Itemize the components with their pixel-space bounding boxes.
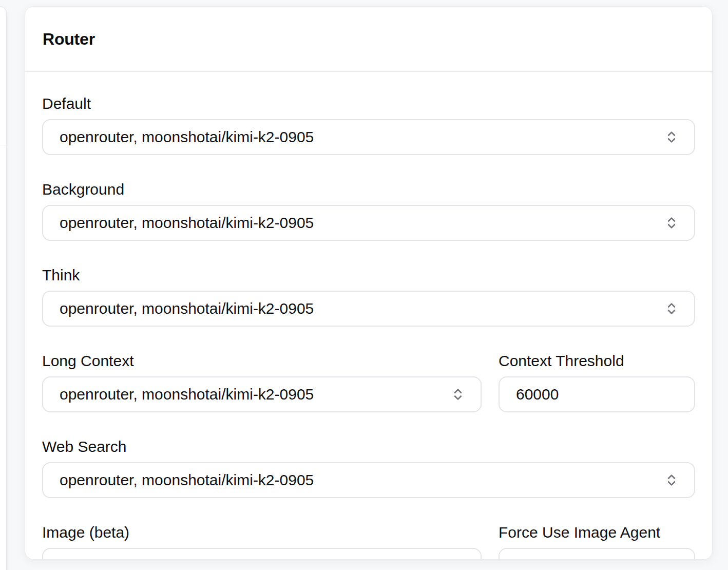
adjacent-panel-edge — [0, 6, 7, 570]
web-search-label: Web Search — [42, 437, 695, 457]
page-title: Router — [43, 30, 95, 49]
think-model-select[interactable]: openrouter, moonshotai/kimi-k2-0905 — [42, 291, 695, 327]
background-model-select[interactable]: openrouter, moonshotai/kimi-k2-0905 — [42, 205, 695, 241]
default-model-select[interactable]: openrouter, moonshotai/kimi-k2-0905 — [42, 119, 695, 155]
router-card-body: Default openrouter, moonshotai/kimi-k2-0… — [25, 72, 712, 560]
adjacent-panel-divider — [0, 145, 6, 145]
background-model-select-value: openrouter, moonshotai/kimi-k2-0905 — [43, 214, 350, 232]
router-card-header: Router — [25, 7, 712, 72]
field-context-threshold: Context Threshold — [499, 351, 695, 412]
image-label: Image (beta) — [42, 523, 482, 542]
field-row-image: Image (beta) Force Use Image Agent — [42, 523, 695, 560]
default-label: Default — [42, 94, 695, 113]
background-label: Background — [42, 180, 695, 199]
context-threshold-label: Context Threshold — [499, 351, 695, 371]
router-card: Router Default openrouter, moonshotai/ki… — [25, 6, 713, 560]
chevrons-up-down-icon — [664, 216, 679, 230]
web-search-model-select-value: openrouter, moonshotai/kimi-k2-0905 — [43, 471, 350, 489]
settings-page: { "card": { "title": "Router", "fields":… — [0, 0, 728, 570]
long-context-model-select[interactable]: openrouter, moonshotai/kimi-k2-0905 — [42, 376, 482, 412]
chevrons-up-down-icon — [664, 301, 679, 316]
image-model-select[interactable] — [42, 548, 482, 560]
field-web-search: Web Search openrouter, moonshotai/kimi-k… — [42, 437, 695, 498]
field-row-long-context: Long Context openrouter, moonshotai/kimi… — [42, 351, 695, 412]
field-force-image-agent: Force Use Image Agent — [499, 523, 695, 560]
default-model-select-value: openrouter, moonshotai/kimi-k2-0905 — [43, 128, 350, 146]
think-label: Think — [42, 265, 695, 285]
chevrons-up-down-icon — [451, 559, 465, 560]
long-context-model-select-value: openrouter, moonshotai/kimi-k2-0905 — [43, 386, 350, 403]
chevrons-up-down-icon — [664, 130, 679, 144]
chevrons-up-down-icon — [451, 387, 465, 402]
field-think: Think openrouter, moonshotai/kimi-k2-090… — [42, 265, 695, 327]
field-default: Default openrouter, moonshotai/kimi-k2-0… — [42, 94, 695, 155]
web-search-model-select[interactable]: openrouter, moonshotai/kimi-k2-0905 — [42, 462, 695, 498]
field-long-context: Long Context openrouter, moonshotai/kimi… — [42, 351, 482, 412]
long-context-label: Long Context — [42, 351, 482, 371]
think-model-select-value: openrouter, moonshotai/kimi-k2-0905 — [43, 300, 350, 317]
context-threshold-input[interactable] — [499, 376, 695, 412]
field-background: Background openrouter, moonshotai/kimi-k… — [42, 180, 695, 241]
force-image-agent-label: Force Use Image Agent — [499, 523, 695, 542]
field-image: Image (beta) — [42, 523, 482, 560]
chevrons-up-down-icon — [664, 473, 679, 487]
force-image-agent-input[interactable] — [499, 548, 695, 560]
